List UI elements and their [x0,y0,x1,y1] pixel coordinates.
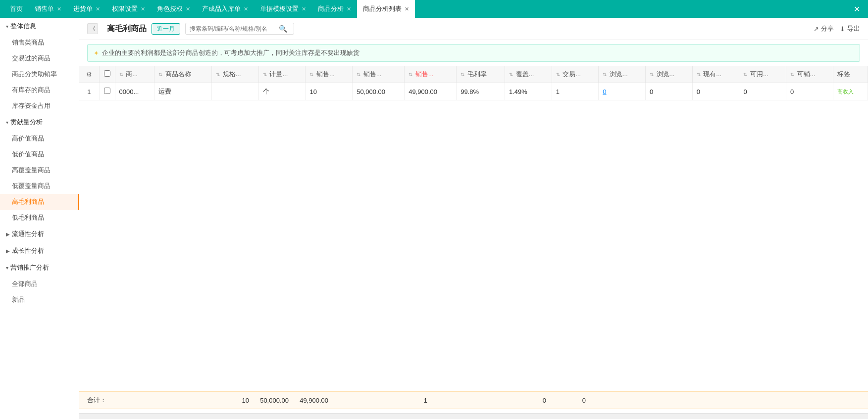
chevron-right-icon: ▶ [6,232,10,237]
nav-permission[interactable]: 权限设置 ✕ [106,0,151,18]
export-icon: ⬇ [840,25,845,33]
table-container[interactable]: ⚙ ⇅ 商... ⇅ 商品名称 [79,66,868,413]
cell-sales-amount: 50,000.00 [353,83,405,100]
sidebar-group-overview[interactable]: ▾ 整体信息 [0,18,79,35]
nav-role[interactable]: 角色授权 ✕ [151,0,196,18]
sidebar-item-all-goods[interactable]: 全部商品 [0,276,79,292]
row-checkbox[interactable] [104,88,110,94]
nav-home[interactable]: 首页 [4,0,29,18]
share-button[interactable]: ↗ 分享 [814,24,834,33]
search-icon[interactable]: 🔍 [279,25,287,33]
chevron-down-icon: ▾ [6,24,8,29]
chevron-right-icon: ▶ [6,248,10,254]
sidebar-item-low-margin[interactable]: 低毛利商品 [0,210,79,226]
sidebar-item-high-coverage[interactable]: 高覆盖量商品 [0,162,79,178]
sidebar-item-high-margin[interactable]: 高毛利商品 [0,194,79,210]
close-icon[interactable]: ✕ [96,6,100,12]
footer-cell-trade: 1 [392,397,431,404]
th-unit[interactable]: ⇅ 计量... [258,66,306,83]
settings-icon[interactable]: ⚙ [86,71,92,78]
close-icon[interactable]: ✕ [141,6,145,12]
sort-icon: ⇅ [119,72,123,77]
th-saleable[interactable]: ⇅ 可销... [786,66,833,83]
close-icon[interactable]: ✕ [302,6,306,12]
close-icon[interactable]: ✕ [244,6,248,12]
sidebar-item-high-value[interactable]: 高价值商品 [0,131,79,146]
sidebar-item-low-value[interactable]: 低价值商品 [0,146,79,162]
horizontal-scrollbar[interactable] [79,413,868,419]
sort-icon: ⇅ [460,72,464,77]
th-sales-cost[interactable]: ⇅ 销售... [405,66,457,83]
table-row: 1 0000... 运费 个 10 50,000.00 49,900.00 [79,83,868,100]
sidebar-group-circulation[interactable]: ▶ 流通性分析 [0,226,79,242]
close-icon[interactable]: ✕ [347,6,351,12]
nav-analysis[interactable]: 商品分析 ✕ [312,0,357,18]
th-sales-qty[interactable]: ⇅ 销售... [306,66,353,83]
footer-cell-amount: 50,000.00 [253,397,293,404]
window-close-button[interactable]: ✕ [850,4,864,14]
cell-available: 0 [739,83,786,100]
th-view1[interactable]: ⇅ 浏览... [599,66,646,83]
cell-gross-rate: 99.8% [457,83,505,100]
info-banner: ✦ 企业的主要的利润都是这部分商品创造的，可考虑加大推广，同时关注库存是不要出现… [87,44,860,62]
sidebar-collapse-button[interactable]: 《 [87,23,98,34]
filter-recent-month-button[interactable]: 近一月 [152,23,180,35]
sidebar-item-sales-goods[interactable]: 销售类商品 [0,35,79,50]
sidebar-group-growth[interactable]: ▶ 成长性分析 [0,242,79,259]
nav-analysis-list[interactable]: 商品分析列表 ✕ [357,0,415,18]
sidebar-item-low-coverage[interactable]: 低覆盖量商品 [0,178,79,194]
close-icon[interactable]: ✕ [186,6,190,12]
footer-cell-sales-qty-val: 10 [213,397,253,404]
th-sales-amount[interactable]: ⇅ 销售... [353,66,405,83]
nav-template[interactable]: 单据模板设置 ✕ [254,0,312,18]
th-name[interactable]: ⇅ 商品名称 [154,66,212,83]
sidebar-item-stocked-goods[interactable]: 有库存的商品 [0,82,79,98]
cell-unit: 个 [258,83,306,100]
search-input[interactable] [190,25,279,32]
cell-spec [212,83,259,100]
sort-icon: ⇅ [556,72,560,77]
select-all-checkbox[interactable] [104,70,110,77]
sort-icon: ⇅ [697,72,701,77]
close-icon[interactable]: ✕ [405,6,409,12]
cell-name: 运费 [154,83,212,100]
sidebar-group-contribution[interactable]: ▾ 贡献量分析 [0,114,79,131]
main-layout: ▾ 整体信息 销售类商品 交易过的商品 商品分类助销率 有库存的商品 库存资金占… [0,18,868,419]
tip-icon: ✦ [94,49,99,57]
footer-cell-available: 0 [550,397,590,404]
cell-view2: 0 [646,83,693,100]
nav-sales[interactable]: 销售单 ✕ [29,0,67,18]
cell-trade: 1 [552,83,599,100]
sidebar-item-traded-goods[interactable]: 交易过的商品 [0,50,79,66]
sidebar-item-new-goods[interactable]: 新品 [0,292,79,308]
th-coverage[interactable]: ⇅ 覆盖... [505,66,552,83]
th-tag[interactable]: 标签 [833,66,868,83]
th-gross-rate[interactable]: ⇅ 毛利率 [457,66,505,83]
sort-icon: ⇅ [650,72,654,77]
th-trade[interactable]: ⇅ 交易... [552,66,599,83]
cell-saleable: 0 [786,83,833,100]
th-spec[interactable]: ⇅ 规格... [212,66,259,83]
table-header-row: ⚙ ⇅ 商... ⇅ 商品名称 [79,66,868,83]
cell-tag: 高收入 [833,83,868,100]
sidebar: ▾ 整体信息 销售类商品 交易过的商品 商品分类助销率 有库存的商品 库存资金占… [0,18,79,419]
th-available[interactable]: ⇅ 可用... [739,66,786,83]
chevron-down-icon: ▾ [6,265,8,271]
page-title: 高毛利商品 [107,24,147,34]
sidebar-item-stock-capital[interactable]: 库存资金占用 [0,98,79,114]
footer-label: 合计： [87,396,106,405]
sort-icon: ⇅ [357,72,360,77]
sidebar-item-category-rate[interactable]: 商品分类助销率 [0,66,79,82]
footer-cell-cost: 49,900.00 [293,397,332,404]
cell-current: 0 [692,83,739,100]
export-button[interactable]: ⬇ 导出 [840,24,860,33]
sidebar-group-marketing[interactable]: ▾ 营销推广分析 [0,259,79,276]
th-view2[interactable]: ⇅ 浏览... [646,66,693,83]
th-code[interactable]: ⇅ 商... [115,66,154,83]
footer-total: 合计： 10 50,000.00 49,900.00 1 0 0 [79,391,868,409]
close-icon[interactable]: ✕ [57,6,61,12]
nav-product-in[interactable]: 产成品入库单 ✕ [196,0,254,18]
cell-view1: 0 [599,83,646,100]
nav-purchase[interactable]: 进货单 ✕ [67,0,106,18]
th-current[interactable]: ⇅ 现有... [692,66,739,83]
